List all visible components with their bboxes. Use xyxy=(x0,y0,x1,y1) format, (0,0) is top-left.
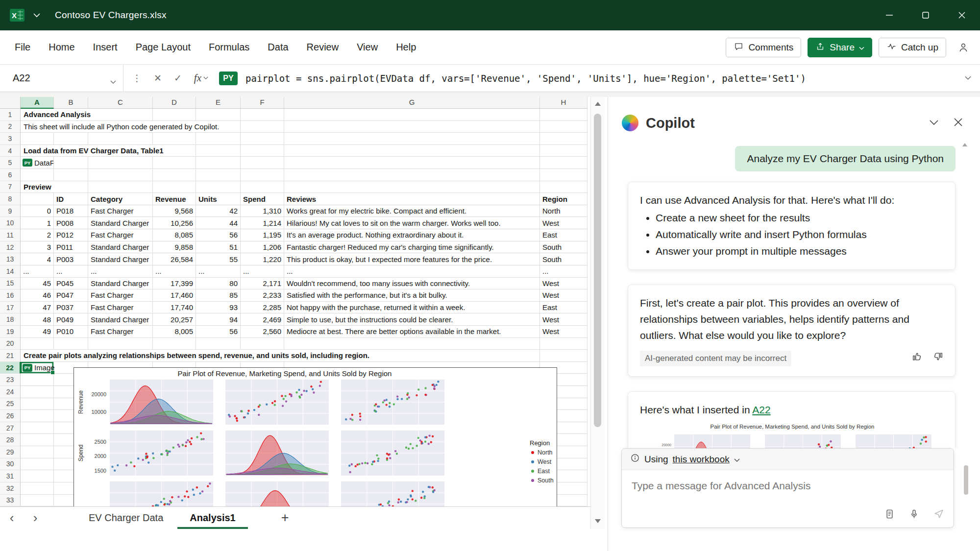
cell-F15[interactable]: 2,171 xyxy=(241,278,284,290)
share-button[interactable]: Share xyxy=(808,38,872,57)
cell-C1[interactable] xyxy=(88,109,153,121)
cell-B3[interactable] xyxy=(54,133,88,145)
ribbon-tab-data[interactable]: Data xyxy=(268,42,288,53)
ribbon-tab-home[interactable]: Home xyxy=(49,42,74,53)
cell-D8[interactable]: Revenue xyxy=(153,193,196,205)
name-box[interactable]: A22 xyxy=(0,65,123,92)
cell-G11[interactable]: It's an average product. Nothing extraor… xyxy=(284,229,540,241)
row-header-8[interactable]: 8 xyxy=(0,193,21,205)
cell-A33[interactable] xyxy=(21,495,54,507)
column-header-D[interactable]: D xyxy=(153,97,196,109)
column-header-G[interactable]: G xyxy=(284,97,540,109)
row-header-28[interactable]: 28 xyxy=(0,434,21,446)
cell-D3[interactable] xyxy=(153,133,196,145)
cell-A11[interactable]: 2 xyxy=(21,229,54,241)
grid-vertical-scrollbar[interactable] xyxy=(590,97,604,529)
cell-E20[interactable] xyxy=(196,338,241,350)
cell-F20[interactable] xyxy=(241,338,284,350)
cell-G9[interactable]: Works great for my electric bike. Compac… xyxy=(284,205,540,217)
cell-E9[interactable]: 42 xyxy=(196,205,241,217)
scroll-down-icon[interactable] xyxy=(595,519,601,523)
cell-H10[interactable]: West xyxy=(540,217,588,229)
cell-H11[interactable]: East xyxy=(540,229,588,241)
cell-F16[interactable]: 2,233 xyxy=(241,289,284,302)
row-header-2[interactable]: 2 xyxy=(0,121,21,133)
cell-F1[interactable] xyxy=(241,109,284,121)
cell-B18[interactable]: P049 xyxy=(54,313,88,326)
thumbs-up-icon[interactable] xyxy=(912,350,923,366)
cell-B11[interactable]: P012 xyxy=(54,229,88,241)
cell-D15[interactable]: 17,399 xyxy=(153,278,196,290)
cell-D7[interactable] xyxy=(153,181,196,193)
cell-C20[interactable] xyxy=(88,338,153,350)
cell-A19[interactable]: 49 xyxy=(21,326,54,338)
cell-C16[interactable]: Fast Charger xyxy=(88,289,153,302)
context-selector[interactable]: Using this workbook xyxy=(622,449,954,470)
add-sheet-button[interactable]: + xyxy=(281,507,289,529)
cell-F3[interactable] xyxy=(241,133,284,145)
cell-A29[interactable] xyxy=(21,446,54,458)
prev-sheet-icon[interactable]: ‹ xyxy=(0,507,24,529)
cell-A13[interactable]: 4 xyxy=(21,253,54,265)
cell-B10[interactable]: P008 xyxy=(54,217,88,229)
cell-E18[interactable]: 94 xyxy=(196,313,241,326)
cell-A16[interactable]: 46 xyxy=(21,289,54,302)
ribbon-tab-view[interactable]: View xyxy=(357,42,378,53)
column-header-A[interactable]: A xyxy=(21,97,54,109)
maximize-button[interactable] xyxy=(907,0,944,30)
cell-G6[interactable] xyxy=(284,169,540,181)
minimize-button[interactable] xyxy=(871,0,907,30)
cell-E17[interactable]: 93 xyxy=(196,302,241,314)
cell-D18[interactable]: 20,257 xyxy=(153,313,196,326)
cell-H1[interactable] xyxy=(540,109,588,121)
cell-A3[interactable] xyxy=(21,133,54,145)
copilot-collapse-icon[interactable] xyxy=(930,119,938,127)
cell-E16[interactable]: 85 xyxy=(196,289,241,302)
send-icon[interactable] xyxy=(933,508,945,522)
sheet-tab-ev-charger-data[interactable]: EV Charger Data xyxy=(75,507,176,529)
cell-H13[interactable]: South xyxy=(540,253,588,265)
cell-A30[interactable] xyxy=(21,458,54,471)
cell-D20[interactable] xyxy=(153,338,196,350)
cell-H5[interactable] xyxy=(540,157,588,169)
cell-F2[interactable] xyxy=(241,121,284,133)
cell-A15[interactable]: 45 xyxy=(21,278,54,290)
cell-D10[interactable]: 10,256 xyxy=(153,217,196,229)
column-header-C[interactable]: C xyxy=(88,97,153,109)
row-header-5[interactable]: 5 xyxy=(0,157,21,169)
cell-B15[interactable]: P045 xyxy=(54,278,88,290)
cell-H16[interactable]: West xyxy=(540,289,588,302)
cell-A32[interactable] xyxy=(21,482,54,495)
row-header-6[interactable]: 6 xyxy=(0,169,21,181)
cell-H14[interactable]: ... xyxy=(540,265,588,278)
column-header-H[interactable]: H xyxy=(540,97,588,109)
cell-F10[interactable]: 1,214 xyxy=(241,217,284,229)
cell-D17[interactable]: 17,740 xyxy=(153,302,196,314)
cell-H6[interactable] xyxy=(540,169,588,181)
cell-H12[interactable]: South xyxy=(540,241,588,254)
cell-F18[interactable]: 2,469 xyxy=(241,313,284,326)
cell-G5[interactable] xyxy=(284,157,540,169)
copilot-scrollbar-thumb[interactable] xyxy=(964,465,968,495)
prompt-library-icon[interactable] xyxy=(884,508,895,522)
cell-A24[interactable] xyxy=(21,386,54,398)
cell-H9[interactable]: North xyxy=(540,205,588,217)
row-header-16[interactable]: 16 xyxy=(0,289,21,302)
cell-C12[interactable]: Standard Charger xyxy=(88,241,153,254)
cell-B17[interactable]: P037 xyxy=(54,302,88,314)
cell-E19[interactable]: 56 xyxy=(196,326,241,338)
microphone-icon[interactable] xyxy=(908,508,920,522)
ribbon-tab-review[interactable]: Review xyxy=(307,42,339,53)
row-header-24[interactable]: 24 xyxy=(0,386,21,398)
cell-A18[interactable]: 48 xyxy=(21,313,54,326)
ribbon-tab-insert[interactable]: Insert xyxy=(93,42,118,53)
cell-G17[interactable]: Not happy with the purchase, returned it… xyxy=(284,302,540,314)
cell-A6[interactable] xyxy=(21,169,54,181)
cell-G10[interactable]: Hilarious! My cat loves to sit on the wa… xyxy=(284,217,540,229)
cell-C19[interactable]: Fast Charger xyxy=(88,326,153,338)
cell-G3[interactable] xyxy=(284,133,540,145)
cell-A9[interactable]: 0 xyxy=(21,205,54,217)
cell-C13[interactable]: Standard Charger xyxy=(88,253,153,265)
cell-B6[interactable] xyxy=(54,169,88,181)
column-header-E[interactable]: E xyxy=(196,97,241,109)
